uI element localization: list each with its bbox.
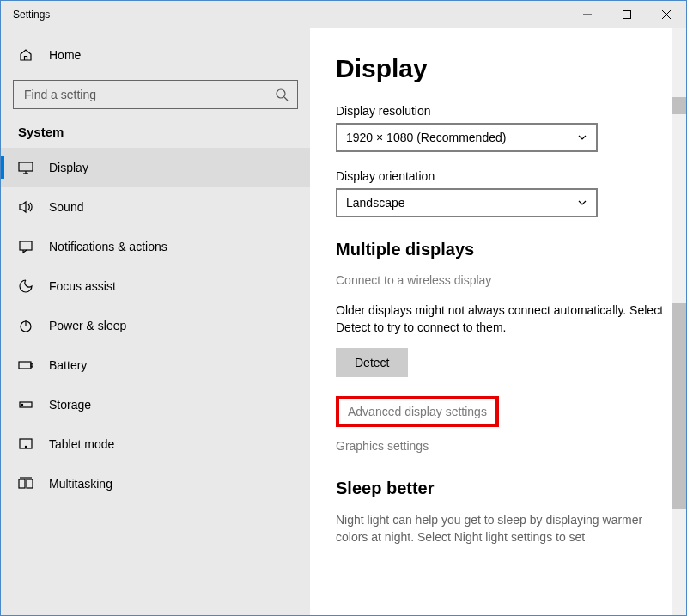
- sidebar-item-label: Display: [49, 161, 88, 174]
- orientation-dropdown[interactable]: Landscape: [336, 188, 598, 217]
- svg-rect-13: [31, 363, 33, 367]
- multiple-displays-heading: Multiple displays: [336, 240, 686, 259]
- close-button[interactable]: [647, 1, 686, 28]
- detect-description: Older displays might not always connect …: [336, 302, 686, 336]
- sidebar-item-display[interactable]: Display: [1, 148, 310, 187]
- focus-assist-icon: [18, 278, 33, 294]
- chevron-down-icon: [577, 132, 587, 143]
- detect-button[interactable]: Detect: [336, 348, 408, 377]
- category-heading: System: [1, 125, 310, 148]
- scrollbar[interactable]: [672, 28, 686, 615]
- notifications-icon: [18, 239, 33, 254]
- sidebar-item-label: Power & sleep: [49, 319, 126, 332]
- sidebar-item-label: Battery: [49, 358, 87, 372]
- orientation-value: Landscape: [346, 196, 405, 210]
- home-nav[interactable]: Home: [1, 40, 310, 75]
- home-label: Home: [49, 48, 81, 62]
- svg-rect-1: [623, 11, 631, 19]
- resolution-dropdown[interactable]: 1920 × 1080 (Recommended): [336, 123, 598, 152]
- tablet-icon: [18, 436, 33, 452]
- sidebar-item-sound[interactable]: Sound: [1, 187, 310, 227]
- window-title: Settings: [1, 9, 50, 21]
- battery-icon: [18, 357, 33, 373]
- multitasking-icon: [18, 476, 33, 491]
- sidebar-item-label: Focus assist: [49, 279, 116, 293]
- sidebar-item-label: Tablet mode: [49, 437, 114, 451]
- sidebar-item-multitasking[interactable]: Multitasking: [1, 464, 310, 503]
- home-icon: [18, 47, 33, 63]
- advanced-display-link[interactable]: Advanced display settings: [348, 405, 487, 418]
- sidebar-item-notifications[interactable]: Notifications & actions: [1, 227, 310, 266]
- sidebar-item-power[interactable]: Power & sleep: [1, 306, 310, 345]
- display-icon: [18, 160, 33, 175]
- search-box[interactable]: [13, 80, 298, 109]
- highlight-annotation: Advanced display settings: [336, 396, 499, 427]
- sleep-better-heading: Sleep better: [336, 479, 686, 498]
- scroll-thumb[interactable]: [672, 303, 686, 509]
- maximize-button[interactable]: [607, 1, 647, 28]
- minimize-button[interactable]: [568, 1, 607, 28]
- orientation-label: Display orientation: [336, 169, 686, 183]
- svg-rect-18: [19, 479, 25, 488]
- sleep-description: Night light can help you get to sleep by…: [336, 512, 686, 546]
- sidebar-item-tablet[interactable]: Tablet mode: [1, 424, 310, 464]
- sidebar-item-storage[interactable]: Storage: [1, 385, 310, 424]
- titlebar: Settings: [1, 1, 686, 28]
- svg-point-15: [21, 404, 22, 405]
- sidebar-item-battery[interactable]: Battery: [1, 345, 310, 385]
- power-icon: [18, 318, 33, 333]
- sidebar-item-label: Storage: [49, 398, 91, 412]
- sidebar-item-label: Notifications & actions: [49, 240, 167, 253]
- scroll-up-arrow[interactable]: [672, 97, 686, 114]
- svg-rect-9: [20, 241, 32, 250]
- sound-icon: [18, 199, 33, 215]
- svg-rect-12: [19, 362, 31, 369]
- main-panel: Display Display resolution 1920 × 1080 (…: [310, 28, 686, 615]
- svg-line-5: [284, 97, 288, 101]
- sidebar-item-label: Sound: [49, 200, 83, 214]
- graphics-settings-link[interactable]: Graphics settings: [336, 439, 686, 453]
- search-input[interactable]: [22, 87, 275, 102]
- page-title: Display: [336, 54, 686, 83]
- storage-icon: [18, 397, 33, 412]
- sidebar-item-focus-assist[interactable]: Focus assist: [1, 266, 310, 306]
- search-icon: [275, 88, 289, 101]
- svg-rect-6: [19, 162, 33, 171]
- resolution-value: 1920 × 1080 (Recommended): [346, 131, 506, 144]
- svg-rect-19: [27, 479, 33, 488]
- chevron-down-icon: [577, 198, 587, 208]
- svg-point-4: [277, 89, 285, 98]
- svg-point-17: [25, 446, 26, 447]
- resolution-label: Display resolution: [336, 104, 686, 118]
- wireless-display-link[interactable]: Connect to a wireless display: [336, 273, 686, 287]
- sidebar-item-label: Multitasking: [49, 477, 112, 491]
- sidebar: Home System Display: [1, 28, 310, 615]
